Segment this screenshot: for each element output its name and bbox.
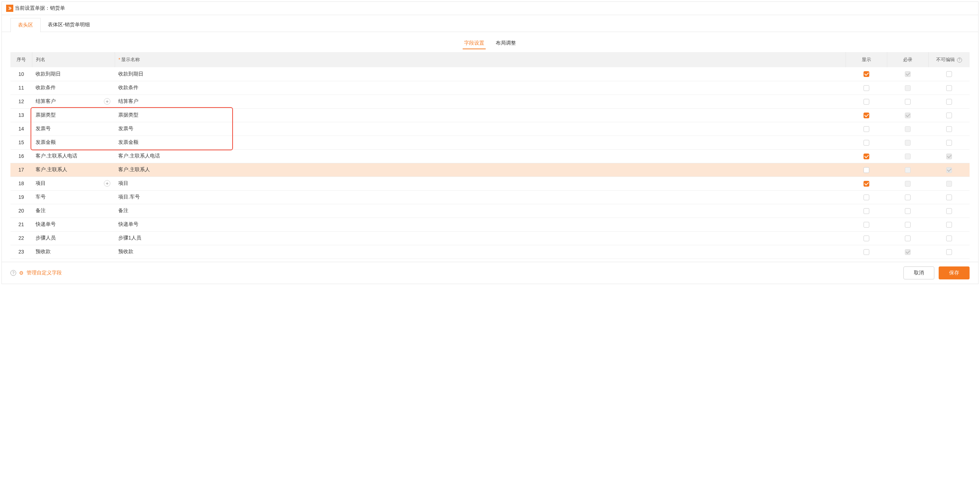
row-col-name: 收款到期日 [32,67,115,81]
col-name-header: 列名 [32,52,115,67]
required-checkbox[interactable] [905,208,911,214]
row-col-name: 发票号 [32,122,115,135]
row-seq: 15 [10,135,32,149]
show-checkbox[interactable] [864,167,869,173]
show-checkbox[interactable] [864,249,869,255]
col-required-header: 必录 [887,52,928,67]
row-seq: 17 [10,163,32,177]
not-editable-checkbox[interactable] [946,85,952,91]
row-seq: 18 [10,177,32,190]
show-checkbox[interactable] [864,126,869,132]
field-table: 序号 列名 *显示名称 显示 必录 不可编辑 ? 10收款到期日收款到期日11收… [10,52,970,259]
row-seq: 16 [10,149,32,163]
show-checkbox[interactable] [864,181,869,186]
row-col-name: 步骤人员 [32,231,115,245]
row-col-name: 客户.主联系人 [32,163,115,177]
plus-icon[interactable]: + [104,98,110,105]
row-seq: 14 [10,122,32,135]
show-checkbox[interactable] [864,140,869,146]
required-checkbox[interactable] [905,99,911,105]
row-col-name: 票据类型 [32,108,115,122]
table-row: 10收款到期日收款到期日 [10,67,970,81]
row-display-name[interactable]: 项目 [115,177,846,190]
required-checkbox[interactable] [905,194,911,200]
main-tabs: 表头区表体区-销货单明细 [2,18,978,32]
row-display-name[interactable]: 发票号 [115,122,846,135]
not-editable-checkbox[interactable] [946,140,952,146]
row-display-name[interactable]: 收款到期日 [115,67,846,81]
config-panel: 当前设置单据：销货单 表头区表体区-销货单明细 字段设置布局调整 序号 列名 *… [2,2,978,284]
row-seq: 21 [10,218,32,231]
table-row: 18项目+项目 [10,177,970,190]
expand-toggle-icon[interactable] [6,5,13,12]
row-col-name: 客户.主联系人电话 [32,149,115,163]
row-display-name[interactable]: 快递单号 [115,218,846,231]
not-editable-checkbox[interactable] [946,99,952,105]
show-checkbox[interactable] [864,222,869,228]
not-editable-checkbox [946,181,952,186]
not-editable-checkbox[interactable] [946,208,952,214]
required-asterisk-icon: * [119,57,121,62]
show-checkbox[interactable] [864,71,869,77]
required-checkbox [905,154,911,159]
sub-tab-0[interactable]: 字段设置 [463,38,486,49]
help-icon[interactable]: ? [957,57,962,62]
row-seq: 23 [10,245,32,258]
row-display-name[interactable]: 结算客户 [115,95,846,108]
row-col-name: 备注 [32,204,115,218]
tab-0[interactable]: 表头区 [10,18,41,32]
gear-icon: ⚙ [19,270,24,276]
col-noteditable-header: 不可编辑 ? [928,52,970,67]
row-display-name[interactable]: 客户.主联系人电话 [115,149,846,163]
row-seq: 22 [10,231,32,245]
table-row: 22步骤人员步骤1人员 [10,231,970,245]
row-col-name: 收款条件 [32,81,115,95]
not-editable-checkbox[interactable] [946,71,952,77]
not-editable-checkbox[interactable] [946,126,952,132]
required-checkbox[interactable] [905,236,911,241]
not-editable-checkbox[interactable] [946,249,952,255]
sub-tab-1[interactable]: 布局调整 [494,38,517,49]
required-checkbox [905,85,911,91]
save-button[interactable]: 保存 [939,266,970,279]
cancel-button[interactable]: 取消 [904,266,934,279]
row-display-name[interactable]: 发票金额 [115,135,846,149]
not-editable-checkbox[interactable] [946,113,952,118]
row-display-name[interactable]: 客户.主联系人 [115,163,846,177]
help-icon[interactable]: ? [10,270,16,276]
footer-bar: ? ⚙ 管理自定义字段 取消 保存 [2,262,978,284]
row-display-name[interactable]: 步骤1人员 [115,231,846,245]
table-header-row: 序号 列名 *显示名称 显示 必录 不可编辑 ? [10,52,970,67]
row-display-name[interactable]: 项目.车号 [115,190,846,204]
show-checkbox[interactable] [864,208,869,214]
row-seq: 19 [10,190,32,204]
show-checkbox[interactable] [864,113,869,118]
show-checkbox[interactable] [864,99,869,105]
row-col-name: 车号 [32,190,115,204]
show-checkbox[interactable] [864,194,869,200]
tab-1[interactable]: 表体区-销货单明细 [41,18,97,32]
row-display-name[interactable]: 备注 [115,204,846,218]
row-seq: 20 [10,204,32,218]
required-checkbox [905,126,911,132]
not-editable-checkbox[interactable] [946,236,952,241]
row-col-name: 发票金额 [32,135,115,149]
table-row: 15发票金额发票金额 [10,135,970,149]
not-editable-checkbox[interactable] [946,194,952,200]
required-checkbox[interactable] [905,222,911,228]
footer-right: 取消 保存 [904,266,970,279]
row-col-name: 快递单号 [32,218,115,231]
required-checkbox [905,113,911,118]
row-display-name[interactable]: 收款条件 [115,81,846,95]
plus-icon[interactable]: + [104,180,110,186]
row-display-name[interactable]: 票据类型 [115,108,846,122]
manage-custom-fields-link[interactable]: 管理自定义字段 [27,270,62,276]
show-checkbox[interactable] [864,85,869,91]
col-display-header: *显示名称 [115,52,846,67]
row-display-name[interactable]: 预收款 [115,245,846,258]
not-editable-checkbox[interactable] [946,222,952,228]
table-row: 20备注备注 [10,204,970,218]
table-row: 23预收款预收款 [10,245,970,258]
show-checkbox[interactable] [864,236,869,241]
show-checkbox[interactable] [864,154,869,159]
